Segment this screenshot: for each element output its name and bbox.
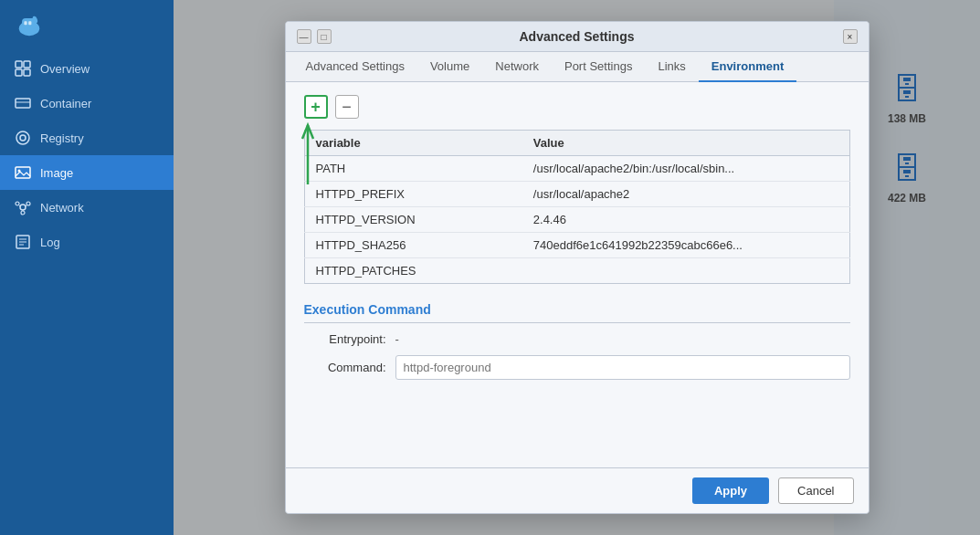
- svg-rect-3: [24, 21, 26, 25]
- sidebar-item-container-label: Container: [40, 97, 91, 110]
- minimize-btn[interactable]: —: [297, 29, 311, 44]
- tab-links[interactable]: Links: [645, 52, 698, 82]
- window-controls: — □: [297, 29, 352, 44]
- tab-network[interactable]: Network: [482, 52, 552, 82]
- entrypoint-value: -: [395, 332, 399, 346]
- svg-point-17: [16, 202, 19, 205]
- whale-icon: [15, 11, 44, 40]
- command-input[interactable]: [395, 355, 850, 380]
- sidebar-item-network[interactable]: Network: [0, 190, 174, 225]
- col-header-value: Value: [522, 131, 849, 156]
- sidebar-item-log[interactable]: Log: [0, 225, 174, 259]
- env-value-cell: [522, 258, 849, 284]
- command-label: Command:: [304, 361, 386, 374]
- sidebar-item-image-label: Image: [40, 166, 73, 180]
- sidebar-item-log-label: Log: [40, 236, 60, 249]
- dialog-body: + − variable Value: [286, 82, 869, 467]
- sidebar: Overview Container Registry Image: [0, 0, 174, 535]
- dialog-title: Advanced Settings: [352, 29, 803, 44]
- col-header-variable: variable: [304, 131, 522, 156]
- close-btn[interactable]: ×: [843, 29, 858, 44]
- dialog-footer: Apply Cancel: [286, 467, 869, 513]
- sidebar-item-registry[interactable]: Registry: [0, 121, 174, 155]
- env-variable-cell: HTTPD_PATCHES: [304, 258, 522, 284]
- table-row: HTTPD_PREFIX/usr/local/apache2: [304, 182, 849, 207]
- sidebar-item-registry-label: Registry: [40, 131, 84, 145]
- svg-point-12: [16, 131, 29, 144]
- entrypoint-row: Entrypoint: -: [304, 332, 850, 346]
- close-area: ×: [803, 29, 858, 44]
- dialog: — □ Advanced Settings × Advanced Setting…: [285, 21, 869, 514]
- svg-rect-8: [16, 69, 22, 76]
- command-row: Command:: [304, 355, 850, 380]
- maximize-btn[interactable]: □: [317, 29, 332, 44]
- registry-icon: [15, 130, 31, 146]
- tab-advanced-settings[interactable]: Advanced Settings: [293, 52, 417, 82]
- table-row: HTTPD_SHA256740eddf6e1c641992b22359cabc6…: [304, 233, 849, 258]
- sidebar-item-image[interactable]: Image: [0, 155, 174, 190]
- env-variable-cell: HTTPD_PREFIX: [304, 182, 522, 207]
- sidebar-item-network-label: Network: [40, 201, 84, 215]
- env-value-cell: 740eddf6e1c641992b22359cabc66e6...: [522, 233, 849, 258]
- table-row: HTTPD_PATCHES: [304, 258, 849, 284]
- cancel-button[interactable]: Cancel: [778, 477, 853, 504]
- env-value-cell: 2.4.46: [522, 207, 849, 233]
- svg-point-18: [26, 202, 30, 205]
- env-variable-cell: HTTPD_VERSION: [304, 207, 522, 233]
- sidebar-item-overview-label: Overview: [40, 62, 90, 76]
- svg-rect-7: [24, 61, 30, 68]
- svg-point-19: [21, 211, 25, 215]
- dialog-backdrop: — □ Advanced Settings × Advanced Setting…: [174, 0, 980, 535]
- env-variable-cell: HTTPD_SHA256: [304, 233, 522, 258]
- sidebar-item-container[interactable]: Container: [0, 86, 174, 121]
- sidebar-item-overview[interactable]: Overview: [0, 51, 174, 86]
- svg-line-20: [19, 205, 21, 207]
- svg-rect-6: [16, 61, 22, 68]
- network-icon: [15, 199, 31, 215]
- svg-rect-10: [16, 99, 30, 108]
- table-row: PATH/usr/local/apache2/bin:/usr/local/sb…: [304, 156, 849, 182]
- image-icon: [15, 164, 31, 181]
- entrypoint-label: Entrypoint:: [304, 332, 386, 346]
- env-value-cell: /usr/local/apache2/bin:/usr/local/sbin..…: [522, 156, 849, 182]
- log-icon: [15, 234, 31, 250]
- svg-point-16: [20, 205, 26, 210]
- svg-point-13: [20, 135, 26, 141]
- tab-port-settings[interactable]: Port Settings: [552, 52, 645, 82]
- app-logo: [0, 0, 174, 51]
- env-table: variable Value PATH/usr/local/apache2/bi…: [304, 130, 850, 284]
- env-value-cell: /usr/local/apache2: [522, 182, 849, 207]
- table-row: HTTPD_VERSION2.4.46: [304, 207, 849, 233]
- svg-rect-14: [16, 167, 30, 178]
- svg-rect-4: [28, 21, 31, 25]
- dialog-titlebar: — □ Advanced Settings ×: [286, 22, 869, 52]
- tab-volume[interactable]: Volume: [417, 52, 482, 82]
- toolbar-row: + −: [304, 95, 850, 119]
- dialog-tabs: Advanced Settings Volume Network Port Se…: [286, 52, 869, 82]
- tab-environment[interactable]: Environment: [699, 52, 796, 82]
- execution-section-title: Execution Command: [304, 302, 850, 323]
- apply-button[interactable]: Apply: [692, 477, 769, 504]
- container-icon: [15, 95, 31, 111]
- add-env-button[interactable]: +: [304, 95, 328, 119]
- env-variable-cell: PATH: [304, 156, 522, 182]
- main-content: 🗄 138 MB 🗄 422 MB — □ Advanced Settings …: [174, 0, 980, 535]
- remove-env-button[interactable]: −: [335, 95, 359, 119]
- svg-rect-9: [24, 69, 30, 76]
- svg-line-21: [26, 205, 27, 207]
- grid-icon: [15, 60, 31, 77]
